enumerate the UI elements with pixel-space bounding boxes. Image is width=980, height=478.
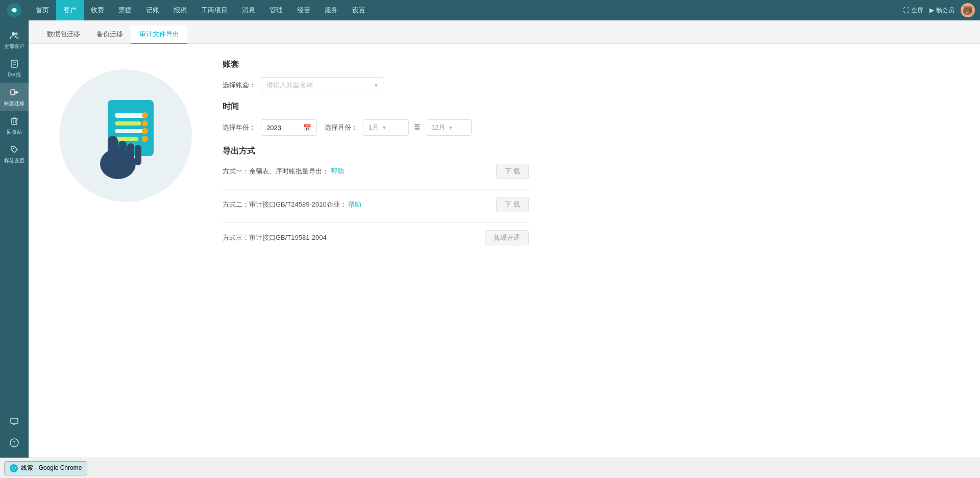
nav-items: 首页 客户 收费 票据 记账 报税 工商项目 消息 管理 经营 服务 设置 — [29, 0, 903, 20]
month-start-value: 1月 — [369, 123, 379, 132]
nav-manage[interactable]: 管理 — [262, 0, 290, 20]
divider1 — [223, 189, 529, 190]
users-icon — [9, 30, 20, 41]
svg-rect-19 — [115, 113, 146, 118]
sidebar: 全部客户 0申报 账套迁移 — [0, 20, 29, 458]
account-section-title: 账套 — [223, 59, 529, 70]
taskbar-chrome-button[interactable]: 47 线索 - Google Chrome — [4, 461, 87, 475]
sidebar-item-help[interactable]: ? — [0, 433, 29, 452]
svg-point-26 — [142, 136, 148, 142]
method2-download-button[interactable]: 下 载 — [496, 197, 529, 212]
svg-point-23 — [142, 112, 148, 118]
year-value: 2023 — [266, 124, 281, 132]
svg-rect-29 — [118, 141, 127, 165]
fullscreen-icon: ⛶ — [903, 7, 909, 14]
svg-rect-31 — [135, 145, 141, 165]
taskbar-chrome-label: 线索 - Google Chrome — [21, 464, 82, 472]
chevron-down-icon3: ▾ — [449, 124, 452, 131]
method3-label: 方式三：审计接口GB/T19581-2004 — [223, 233, 480, 242]
svg-rect-7 — [11, 90, 15, 95]
svg-point-1 — [12, 8, 16, 12]
month-end-value: 12月 — [431, 123, 445, 132]
method3-unlock-button[interactable]: 暂缓开通 — [485, 230, 529, 245]
chrome-badge: 47 — [10, 464, 18, 472]
tab-backup-migration[interactable]: 备份迁移 — [88, 26, 131, 44]
avatar[interactable]: 🐻 — [961, 3, 975, 17]
nav-home[interactable]: 首页 — [29, 0, 56, 20]
svg-rect-9 — [12, 119, 17, 124]
help-icon: ? — [9, 437, 20, 448]
calendar-icon: 📅 — [303, 124, 311, 132]
tag-icon — [9, 144, 20, 155]
time-section-title: 时间 — [223, 102, 529, 112]
svg-point-24 — [142, 120, 148, 127]
trash-icon — [9, 115, 20, 127]
account-placeholder: 请输入账套名称 — [266, 81, 313, 90]
nav-customer[interactable]: 客户 — [56, 0, 84, 20]
tab-audit-export[interactable]: 审计文件导出 — [131, 26, 187, 44]
svg-rect-28 — [108, 136, 118, 166]
top-nav: 首页 客户 收费 票据 记账 报税 工商项目 消息 管理 经营 服务 设置 ⛶ … — [0, 0, 980, 20]
app-logo — [5, 1, 23, 19]
sidebar-bottom: ? — [0, 412, 29, 458]
fullscreen-label: 全屏 — [911, 6, 923, 15]
nav-business[interactable]: 工商项目 — [194, 0, 235, 20]
month-end-select[interactable]: 12月 ▾ — [426, 119, 472, 136]
nav-operations[interactable]: 经营 — [290, 0, 317, 20]
svg-rect-30 — [127, 143, 134, 166]
illustration-circle — [59, 69, 192, 202]
migrate-icon — [9, 87, 20, 98]
fullscreen-button[interactable]: ⛶ 全屏 — [903, 6, 923, 15]
svg-point-3 — [15, 33, 18, 35]
sidebar-item-all-customers[interactable]: 全部客户 — [0, 26, 29, 54]
member-label: 畅会员 — [936, 6, 954, 15]
divider2 — [223, 222, 529, 223]
method1-help-link[interactable]: 帮助 — [331, 167, 344, 175]
monitor-icon — [9, 416, 20, 427]
time-row: 选择年份： 2023 📅 选择月份： 1月 ▾ 至 12月 ▾ — [223, 119, 529, 136]
sidebar-label-migrate: 账套迁移 — [4, 100, 24, 107]
nav-tax[interactable]: 报税 — [166, 0, 194, 20]
sidebar-label-recycle: 回收站 — [7, 129, 22, 136]
method2-help-link[interactable]: 帮助 — [348, 200, 361, 208]
nav-invoices[interactable]: 票据 — [111, 0, 139, 20]
nav-bookkeeping[interactable]: 记账 — [139, 0, 166, 20]
tabs-bar: 数据包迁移 备份迁移 审计文件导出 — [29, 20, 980, 44]
svg-point-2 — [12, 32, 15, 35]
sidebar-label-all-customers: 全部客户 — [4, 43, 24, 50]
method1-download-button[interactable]: 下 载 — [496, 164, 529, 179]
svg-rect-22 — [115, 137, 138, 141]
member-icon: ▶ — [929, 7, 934, 14]
taskbar: 47 线索 - Google Chrome — [0, 458, 980, 478]
report-icon — [9, 58, 20, 69]
content-area: 数据包迁移 备份迁移 审计文件导出 — [29, 20, 980, 458]
month-label: 选择月份： — [322, 123, 358, 132]
svg-rect-4 — [11, 60, 17, 67]
nav-fees[interactable]: 收费 — [84, 0, 111, 20]
form-section: 账套 选择账套： 请输入账套名称 ▾ 时间 选择年份： 2023 📅 — [223, 59, 529, 256]
export-section: 导出方式 方式一：余额表、序时账批量导出： 帮助 下 载 方式二：审计接口GB/… — [223, 146, 529, 245]
sidebar-item-migrate[interactable]: 账套迁移 — [0, 83, 29, 111]
sidebar-item-tag-settings[interactable]: 标签设置 — [0, 140, 29, 168]
sidebar-item-recycle[interactable]: 回收站 — [0, 111, 29, 140]
nav-settings[interactable]: 设置 — [345, 0, 373, 20]
member-button[interactable]: ▶ 畅会员 — [929, 6, 954, 15]
svg-point-25 — [142, 128, 148, 134]
chevron-down-icon2: ▾ — [383, 124, 386, 131]
sidebar-item-zero-report[interactable]: 0申报 — [0, 54, 29, 83]
month-start-select[interactable]: 1月 ▾ — [363, 119, 409, 136]
nav-messages[interactable]: 消息 — [235, 0, 262, 20]
tab-data-migration[interactable]: 数据包迁移 — [39, 26, 88, 44]
method2-label: 方式二：审计接口GB/T24589-2010企业： 帮助 — [223, 200, 491, 209]
svg-rect-14 — [11, 418, 18, 423]
nav-service[interactable]: 服务 — [317, 0, 345, 20]
sidebar-item-monitor[interactable] — [0, 412, 29, 431]
illustration-wrap — [49, 59, 202, 212]
svg-rect-21 — [115, 129, 143, 133]
year-input[interactable]: 2023 📅 — [261, 119, 317, 136]
svg-text:?: ? — [13, 440, 16, 446]
account-select[interactable]: 请输入账套名称 ▾ — [261, 77, 383, 93]
method1-label: 方式一：余额表、序时账批量导出： 帮助 — [223, 167, 491, 176]
illustration-svg — [80, 85, 172, 187]
sidebar-label-zero-report: 0申报 — [8, 71, 21, 79]
